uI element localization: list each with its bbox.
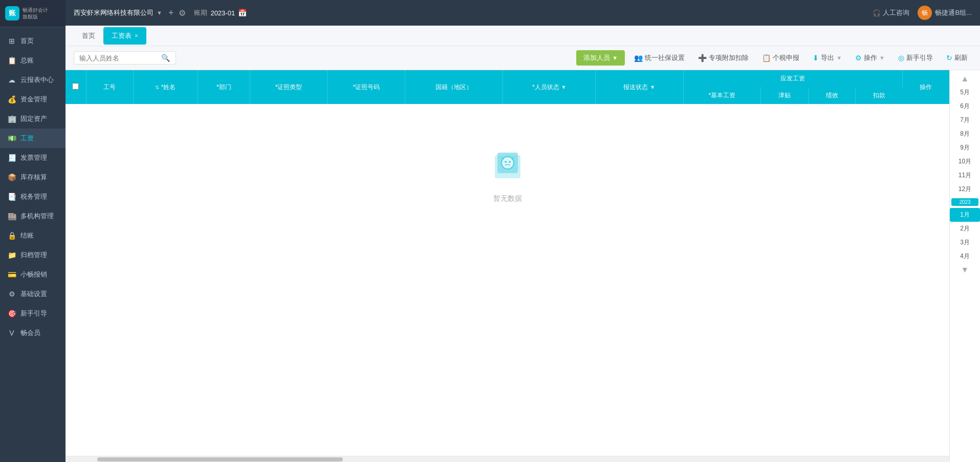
chevron-down-icon: ▼ <box>612 55 618 61</box>
fixed-assets-icon: 🏢 <box>7 114 16 123</box>
social-security-button[interactable]: 👥 统一社保设置 <box>630 51 689 65</box>
scroll-track[interactable] <box>66 456 949 462</box>
sidebar-item-inventory[interactable]: 📦 库存核算 <box>0 167 66 187</box>
month-2022-11[interactable]: 11月 <box>950 169 980 182</box>
deduction-icon: ➕ <box>698 54 707 62</box>
sidebar-item-archive[interactable]: 📁 归档管理 <box>0 245 66 265</box>
close-tab-icon[interactable]: × <box>135 32 138 39</box>
inventory-icon: 📦 <box>7 173 16 182</box>
guide-icon: ◎ <box>898 54 904 62</box>
individual-tax-button[interactable]: 📋 个税申报 <box>758 51 803 65</box>
add-company-button[interactable]: + <box>168 8 174 17</box>
th-operate: 操作 <box>902 70 949 104</box>
fund-icon: 💰 <box>7 95 16 104</box>
sidebar-item-expense[interactable]: 💳 小畅报销 <box>0 265 66 284</box>
sidebar-label-ledger: 总账 <box>20 56 34 65</box>
logo-text: 畅通好会计 旗舰版 <box>23 7 48 20</box>
tab-home-label: 首页 <box>82 31 95 40</box>
month-2022-06[interactable]: 6月 <box>950 99 980 113</box>
period-label: 账期 <box>194 8 207 17</box>
tab-home[interactable]: 首页 <box>74 27 103 45</box>
social-security-icon: 👥 <box>634 54 643 62</box>
expense-icon: 💳 <box>7 270 16 279</box>
sidebar-item-cloud-report[interactable]: ☁ 云报表中心 <box>0 70 66 90</box>
sidebar-label-member: 畅会员 <box>20 328 40 338</box>
sidebar-item-member[interactable]: V 畅会员 <box>0 323 66 343</box>
logo-icon: 账 <box>5 6 19 20</box>
month-2023-01[interactable]: 1月 <box>950 208 980 222</box>
avatar: 畅 <box>918 6 932 20</box>
sidebar-label-expense: 小畅报销 <box>20 270 47 279</box>
sidebar-nav: ⊞ 首页 📋 总账 ☁ 云报表中心 💰 资金管理 🏢 固定资产 💵 工资 🧾 发… <box>0 27 66 462</box>
month-2022-09[interactable]: 9月 <box>950 141 980 155</box>
sidebar-item-ledger[interactable]: 📋 总账 <box>0 51 66 70</box>
month-2023-02[interactable]: 2月 <box>950 222 980 236</box>
member-icon: V <box>7 328 16 338</box>
operate-label: 操作 <box>864 53 877 62</box>
deduction-button[interactable]: ➕ 专项附加扣除 <box>694 51 753 65</box>
headset-icon: 🎧 <box>873 9 881 17</box>
scroll-down-icon[interactable]: ▼ <box>959 263 971 277</box>
guide-button[interactable]: ◎ 新手引导 <box>894 51 937 65</box>
toolbar-actions: 添加人员 ▼ 👥 统一社保设置 ➕ 专项附加扣除 📋 个税申报 ⬇ 导出 ▼ ⚙ <box>576 50 972 66</box>
cloud-report-icon: ☁ <box>7 75 16 85</box>
month-2023-03[interactable]: 3月 <box>950 236 980 249</box>
period-value: 2023-01 <box>210 9 235 17</box>
th-id-no: *证照号码 <box>328 70 405 104</box>
sidebar-item-guide[interactable]: 🎯 新手引导 <box>0 304 66 323</box>
sidebar-item-fund[interactable]: 💰 资金管理 <box>0 90 66 109</box>
search-icon[interactable]: 🔍 <box>161 54 170 62</box>
scroll-up-icon[interactable]: ▲ <box>959 72 971 86</box>
sidebar-label-fixed-assets: 固定资产 <box>20 114 47 123</box>
th-performance: 绩效 <box>808 87 856 104</box>
month-2022-12[interactable]: 12月 <box>950 182 980 196</box>
deduction-label: 专项附加扣除 <box>709 53 749 62</box>
add-person-label: 添加人员 <box>583 53 610 62</box>
main-content: 西安虾米网络科技有限公司 ▼ + ⚙ 账期 2023-01 📅 🎧 人工咨询 畅… <box>66 0 980 462</box>
user-info[interactable]: 畅 畅捷通B组... <box>918 6 972 20</box>
svg-point-4 <box>509 161 511 163</box>
th-employee-no: 工号 <box>86 70 134 104</box>
month-2023-04[interactable]: 4月 <box>950 249 980 263</box>
th-salary-group: 应发工资 <box>683 70 902 87</box>
checkbox-all[interactable] <box>72 83 79 90</box>
sidebar-item-tax[interactable]: 📑 税务管理 <box>0 187 66 206</box>
company-selector[interactable]: 西安虾米网络科技有限公司 ▼ <box>74 8 162 17</box>
sidebar-label-inventory: 库存核算 <box>20 173 47 182</box>
refresh-button[interactable]: ↻ 刷新 <box>942 51 972 65</box>
th-dept: *部门 <box>198 70 250 104</box>
empty-state: 暂无数据 <box>66 104 949 244</box>
month-2022-10[interactable]: 10月 <box>950 155 980 169</box>
sidebar-item-salary[interactable]: 💵 工资 <box>0 129 66 148</box>
logo-subtitle: 旗舰版 <box>23 13 48 20</box>
search-input[interactable] <box>79 54 161 62</box>
calendar-icon[interactable]: 📅 <box>238 9 247 17</box>
operate-button[interactable]: ⚙ 操作 ▼ <box>851 51 889 65</box>
sidebar-item-home[interactable]: ⊞ 首页 <box>0 31 66 51</box>
export-button[interactable]: ⬇ 导出 ▼ <box>809 51 846 65</box>
sidebar-item-invoice[interactable]: 🧾 发票管理 <box>0 148 66 167</box>
sidebar-item-multi-org[interactable]: 🏬 多机构管理 <box>0 206 66 226</box>
period-selector[interactable]: 账期 2023-01 📅 <box>194 8 247 17</box>
tab-salary-table[interactable]: 工资表 × <box>103 27 146 45</box>
month-2022-05[interactable]: 5月 <box>950 86 980 99</box>
tab-salary-label: 工资表 <box>112 31 132 40</box>
sidebar-item-close[interactable]: 🔒 结账 <box>0 226 66 245</box>
settings-icon[interactable]: ⚙ <box>179 8 186 18</box>
tax-icon: 📑 <box>7 192 16 201</box>
close-icon: 🔒 <box>7 231 16 240</box>
month-2022-07[interactable]: 7月 <box>950 113 980 127</box>
scroll-thumb[interactable] <box>97 457 343 461</box>
support-button[interactable]: 🎧 人工咨询 <box>873 8 909 17</box>
select-all-checkbox[interactable] <box>66 70 86 104</box>
add-person-button[interactable]: 添加人员 ▼ <box>576 50 625 66</box>
month-2022-08[interactable]: 8月 <box>950 127 980 141</box>
tabbar: 首页 工资表 × <box>66 26 980 46</box>
th-report-status: 报送状态 ▼ <box>596 70 683 104</box>
sidebar-item-settings[interactable]: ⚙ 基础设置 <box>0 284 66 304</box>
individual-tax-icon: 📋 <box>762 54 771 62</box>
th-name: ⇅ *姓名 <box>134 70 198 104</box>
refresh-icon: ↻ <box>946 54 952 62</box>
sidebar-item-fixed-assets[interactable]: 🏢 固定资产 <box>0 109 66 129</box>
operate-icon: ⚙ <box>855 54 862 62</box>
